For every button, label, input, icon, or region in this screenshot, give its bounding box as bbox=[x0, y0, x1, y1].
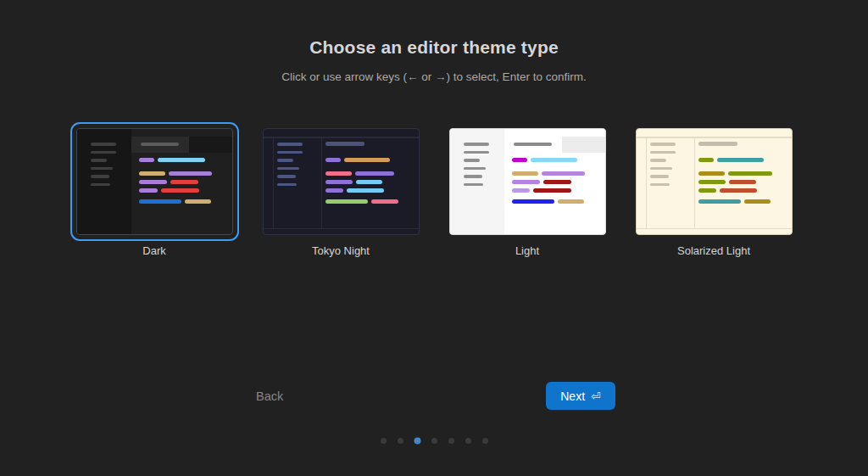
thumb-code-line bbox=[512, 180, 540, 184]
thumb-tab-line bbox=[514, 143, 552, 146]
theme-label: Solarized Light bbox=[636, 244, 793, 257]
thumb-activitybar-divider bbox=[646, 137, 648, 229]
thumb-code-line bbox=[158, 158, 205, 162]
thumb-sidebar-line bbox=[650, 175, 669, 178]
thumb-sidebar-line bbox=[91, 159, 107, 162]
theme-card-light[interactable]: Light bbox=[449, 128, 606, 257]
pagination-dot-1[interactable] bbox=[381, 438, 387, 444]
thumb-code-line bbox=[355, 171, 394, 176]
thumb-breadcrumb-line bbox=[326, 142, 364, 146]
thumb-sidebar-line bbox=[91, 151, 116, 154]
theme-thumbnail bbox=[636, 128, 793, 235]
thumb-code-line bbox=[344, 158, 390, 162]
thumb-sidebar-line bbox=[277, 167, 299, 171]
thumb-sidebar-line bbox=[650, 143, 676, 146]
instructions-text: Click or use arrow keys (← or →) to sele… bbox=[0, 70, 868, 83]
thumb-code-line bbox=[512, 188, 530, 193]
thumb-code-line bbox=[170, 180, 198, 184]
thumb-statusbar-divider bbox=[264, 228, 419, 230]
theme-label: Tokyo Night bbox=[263, 244, 420, 257]
thumb-code-line bbox=[744, 199, 771, 204]
theme-options: DarkTokyo NightLightSolarized Light bbox=[0, 128, 868, 257]
thumb-sidebar-divider bbox=[694, 137, 696, 229]
theme-card-solarized-light[interactable]: Solarized Light bbox=[636, 128, 793, 257]
thumb-code-line bbox=[720, 188, 757, 193]
thumb-sidebar-line bbox=[277, 183, 297, 187]
thumb-code-line bbox=[698, 158, 714, 162]
thumb-sidebar-line bbox=[464, 183, 483, 187]
thumb-code-line bbox=[512, 158, 527, 162]
thumb-sidebar-line bbox=[650, 151, 676, 154]
thumb-tab-line bbox=[141, 143, 179, 146]
pagination-dot-4[interactable] bbox=[431, 438, 437, 444]
thumb-sidebar-line bbox=[650, 159, 666, 162]
pagination bbox=[0, 438, 868, 444]
pagination-dot-6[interactable] bbox=[465, 438, 471, 444]
thumb-code-line bbox=[728, 171, 772, 176]
return-key-icon: ⏎ bbox=[591, 389, 601, 403]
thumb-code-line bbox=[558, 199, 584, 204]
thumb-code-line bbox=[139, 180, 167, 184]
thumb-code-line bbox=[347, 188, 384, 193]
thumb-code-line bbox=[185, 199, 211, 204]
thumb-sidebar-line bbox=[277, 143, 303, 146]
thumb-code-line bbox=[698, 180, 726, 184]
next-button-label: Next bbox=[560, 389, 585, 403]
pagination-dot-5[interactable] bbox=[448, 438, 454, 444]
thumb-statusbar-divider bbox=[637, 228, 792, 230]
pagination-dot-7[interactable] bbox=[482, 438, 488, 444]
theme-thumbnail bbox=[263, 128, 420, 235]
thumb-code-line bbox=[698, 188, 716, 193]
thumb-code-line bbox=[326, 180, 353, 184]
thumb-sidebar-line bbox=[650, 167, 672, 171]
thumb-code-line bbox=[161, 188, 199, 193]
thumb-sidebar-line bbox=[650, 183, 670, 187]
thumb-sidebar-line bbox=[464, 143, 489, 146]
thumb-sidebar-line bbox=[277, 151, 303, 154]
thumb-code-line bbox=[326, 199, 368, 204]
thumb-sidebar-line bbox=[464, 151, 489, 154]
back-button[interactable]: Back bbox=[253, 389, 287, 403]
thumb-code-line bbox=[512, 171, 538, 176]
theme-card-dark[interactable]: Dark bbox=[76, 128, 233, 257]
thumb-sidebar-line bbox=[464, 175, 482, 178]
thumb-sidebar-line bbox=[91, 175, 109, 178]
thumb-code-line bbox=[169, 171, 212, 176]
next-button[interactable]: Next ⏎ bbox=[546, 382, 615, 410]
thumb-sidebar-line bbox=[464, 159, 480, 162]
thumb-code-line bbox=[543, 180, 571, 184]
thumb-breadcrumb-line bbox=[698, 142, 737, 146]
thumb-code-line bbox=[512, 199, 554, 204]
thumb-code-line bbox=[542, 171, 585, 176]
thumb-sidebar-line bbox=[464, 167, 486, 171]
thumb-sidebar-line bbox=[277, 159, 293, 162]
thumb-code-line bbox=[139, 158, 154, 162]
thumb-code-line bbox=[356, 180, 382, 184]
thumb-code-line bbox=[139, 171, 165, 176]
thumb-code-line bbox=[698, 171, 725, 176]
footer: Back Next ⏎ bbox=[253, 382, 615, 410]
thumb-code-line bbox=[717, 158, 764, 162]
pagination-dot-3[interactable] bbox=[414, 437, 420, 444]
pagination-dot-2[interactable] bbox=[398, 438, 403, 444]
theme-label: Light bbox=[449, 244, 606, 257]
theme-label: Dark bbox=[76, 244, 233, 257]
thumb-code-line bbox=[326, 188, 343, 193]
thumb-code-line bbox=[139, 188, 158, 193]
thumb-code-line bbox=[139, 199, 181, 204]
thumb-code-line bbox=[729, 180, 756, 184]
thumb-code-line bbox=[533, 188, 571, 193]
thumb-titlebar-divider bbox=[637, 137, 792, 138]
thumb-sidebar-line bbox=[91, 143, 116, 146]
thumb-code-line bbox=[371, 199, 398, 204]
thumb-code-line bbox=[698, 199, 741, 204]
thumb-code-line bbox=[326, 158, 341, 162]
thumb-titlebar-divider bbox=[264, 137, 419, 138]
thumb-sidebar-line bbox=[91, 183, 110, 187]
thumb-code-line bbox=[531, 158, 577, 162]
theme-card-tokyo-night[interactable]: Tokyo Night bbox=[263, 128, 420, 257]
thumb-code-line bbox=[326, 171, 352, 176]
thumb-sidebar-divider bbox=[321, 137, 323, 229]
theme-thumbnail bbox=[76, 128, 233, 235]
theme-thumbnail bbox=[449, 128, 606, 235]
